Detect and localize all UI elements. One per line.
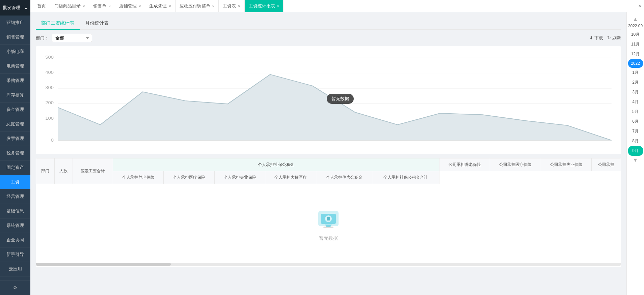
col-company-unemployment: 公司承担失业保险: [541, 158, 592, 171]
sidebar-item-云应用[interactable]: 云应用: [0, 262, 30, 276]
sidebar-items-list: 营销推广销售管理小畅电商电商管理采购管理库存核算资金管理总账管理发票管理税务管理…: [0, 16, 30, 276]
sidebar-footer-settings[interactable]: ⚙: [0, 280, 30, 295]
year-display: 2022.09: [628, 24, 643, 28]
sidebar-item-营销推广[interactable]: 营销推广: [0, 16, 30, 30]
empty-text: 暂无数据: [319, 235, 338, 241]
sidebar-item-总账管理[interactable]: 总账管理: [0, 117, 30, 131]
main-area: 首页门店商品目录×销售单×店铺管理×生成凭证×应收应付调整单×工资表×工资统计报…: [30, 0, 644, 295]
svg-text:500: 500: [45, 55, 54, 60]
sidebar-item-税务管理[interactable]: 税务管理: [0, 146, 30, 160]
tab-店铺管理[interactable]: 店铺管理×: [115, 0, 145, 12]
close-all-tabs-button[interactable]: ×: [638, 3, 641, 9]
col-headcount: 人数: [54, 158, 73, 184]
download-label: 下载: [594, 35, 603, 41]
month-item-3月[interactable]: 3月: [628, 87, 643, 97]
sidebar-item-经营管理[interactable]: 经营管理: [0, 189, 30, 204]
col-dept: 部门: [36, 158, 55, 184]
col-company-medical: 公司承担医疗保险: [490, 158, 541, 171]
dept-label: 部门：: [36, 35, 49, 41]
month-item-10月[interactable]: 10月: [628, 30, 643, 39]
svg-text:100: 100: [45, 116, 54, 121]
sidebar-item-发票管理[interactable]: 发票管理: [0, 131, 30, 146]
svg-text:0: 0: [51, 138, 54, 143]
toolbar: 部门： 全部 ⬇ 下载 ↻ 刷新: [36, 34, 621, 42]
month-item-6月[interactable]: 6月: [628, 117, 643, 126]
svg-text:300: 300: [45, 85, 54, 90]
sidebar-item-库存核算[interactable]: 库存核算: [0, 88, 30, 102]
nav-up-arrow[interactable]: ▲: [632, 15, 640, 24]
col-personal-housing: 个人承担住房公积金: [316, 171, 372, 184]
sub-tab-dept[interactable]: 部门工资统计表: [36, 18, 80, 30]
sidebar-item-固定资产[interactable]: 固定资产: [0, 160, 30, 175]
svg-marker-12: [58, 75, 611, 140]
sidebar-item-采购管理[interactable]: 采购管理: [0, 73, 30, 88]
sidebar-item-新手引导[interactable]: 新手引导: [0, 247, 30, 262]
toolbar-left: 部门： 全部: [36, 34, 92, 42]
tab-门店商品目录[interactable]: 门店商品目录×: [50, 0, 89, 12]
tab-list: 首页门店商品目录×销售单×店铺管理×生成凭证×应收应付调整单×工资表×工资统计报…: [33, 0, 284, 12]
month-item-11月[interactable]: 11月: [628, 39, 643, 49]
table-scrollbar[interactable]: [36, 263, 621, 266]
page-content: 部门工资统计表 月份统计表 部门： 全部 ⬇ 下载 ↻: [30, 12, 626, 295]
svg-rect-18: [323, 227, 333, 228]
svg-text:200: 200: [45, 100, 54, 105]
tab-工资统计报表[interactable]: 工资统计报表×: [245, 0, 284, 12]
col-personal-pension: 个人承担养老保险: [113, 171, 164, 184]
month-item-8月[interactable]: 8月: [628, 136, 643, 146]
sidebar-item-销售管理[interactable]: 销售管理: [0, 30, 30, 45]
sidebar-item-电商管理[interactable]: 电商管理: [0, 59, 30, 73]
tab-工资表[interactable]: 工资表×: [219, 0, 244, 12]
col-personal-medical: 个人承担医疗保险: [164, 171, 215, 184]
col-personal-total: 个人承担社保公积金合计: [372, 171, 439, 184]
table-scrollbar-thumb[interactable]: [36, 263, 171, 266]
dept-select[interactable]: 全部: [52, 34, 92, 42]
sub-tabs: 部门工资统计表 月份统计表: [36, 18, 621, 30]
tab-close-生成凭证[interactable]: ×: [169, 4, 171, 8]
sidebar-item-工资[interactable]: 工资: [0, 175, 30, 189]
col-company-pension: 公司承担养老保险: [439, 158, 490, 171]
empty-state: 暂无数据: [36, 184, 621, 262]
month-item-2月[interactable]: 2月: [628, 78, 643, 87]
right-panel: ▲ 2022.09 10月11月12月20221月2月3月4月5月6月7月8月9…: [626, 12, 644, 295]
tab-销售单[interactable]: 销售单×: [89, 0, 115, 12]
sidebar-header[interactable]: 批发管理 ▲: [0, 0, 30, 16]
table-container: 部门 人数 应发工资合计 个人承担社保公积金 公司承担养老保险 公司承担医疗保险…: [36, 158, 621, 267]
chart-svg: 500 400 300 200 100 0: [41, 52, 616, 149]
month-item-5月[interactable]: 5月: [628, 107, 643, 117]
sidebar-item-系统管理[interactable]: 系统管理: [0, 218, 30, 233]
tab-close-工资统计报表[interactable]: ×: [277, 4, 279, 8]
refresh-icon: ↻: [607, 35, 611, 40]
sidebar-item-基础信息[interactable]: 基础信息: [0, 204, 30, 218]
month-item-2022[interactable]: 2022: [628, 59, 643, 68]
month-item-9月[interactable]: 9月: [628, 146, 643, 156]
sidebar-item-企业协同[interactable]: 企业协同: [0, 233, 30, 247]
tab-close-应收应付调整单[interactable]: ×: [212, 4, 214, 8]
data-table: 部门 人数 应发工资合计 个人承担社保公积金 公司承担养老保险 公司承担医疗保险…: [36, 158, 621, 184]
tab-生成凭证[interactable]: 生成凭证×: [145, 0, 175, 12]
sidebar-item-资金管理[interactable]: 资金管理: [0, 102, 30, 117]
tab-close-销售单[interactable]: ×: [108, 4, 110, 8]
col-personal-major-medical: 个人承担大额医疗: [265, 171, 316, 184]
month-item-4月[interactable]: 4月: [628, 97, 643, 107]
sub-tab-month[interactable]: 月份统计表: [80, 18, 114, 30]
tab-应收应付调整单[interactable]: 应收应付调整单×: [176, 0, 219, 12]
tab-close-工资表[interactable]: ×: [238, 4, 240, 8]
sidebar-title: 批发管理: [3, 5, 20, 11]
month-item-1月[interactable]: 1月: [628, 68, 643, 78]
refresh-button[interactable]: ↻ 刷新: [607, 35, 621, 41]
download-icon: ⬇: [589, 35, 593, 40]
nav-down-arrow[interactable]: ▼: [632, 156, 640, 165]
col-group-personal: 个人承担社保公积金: [113, 158, 439, 171]
month-item-7月[interactable]: 7月: [628, 126, 643, 136]
month-item-12月[interactable]: 12月: [628, 49, 643, 59]
sidebar-item-小畅电商[interactable]: 小畅电商: [0, 45, 30, 59]
tab-actions: ×: [638, 3, 641, 9]
tab-close-店铺管理[interactable]: ×: [139, 4, 141, 8]
toolbar-right: ⬇ 下载 ↻ 刷新: [589, 35, 621, 41]
tab-close-门店商品目录[interactable]: ×: [83, 4, 85, 8]
content-area: 部门工资统计表 月份统计表 部门： 全部 ⬇ 下载 ↻: [30, 12, 644, 295]
download-button[interactable]: ⬇ 下载: [589, 35, 603, 41]
sidebar: 批发管理 ▲ 营销推广销售管理小畅电商电商管理采购管理库存核算资金管理总账管理发…: [0, 0, 30, 295]
sidebar-arrow-icon: ▲: [24, 6, 28, 10]
tab-首页[interactable]: 首页: [33, 0, 50, 12]
